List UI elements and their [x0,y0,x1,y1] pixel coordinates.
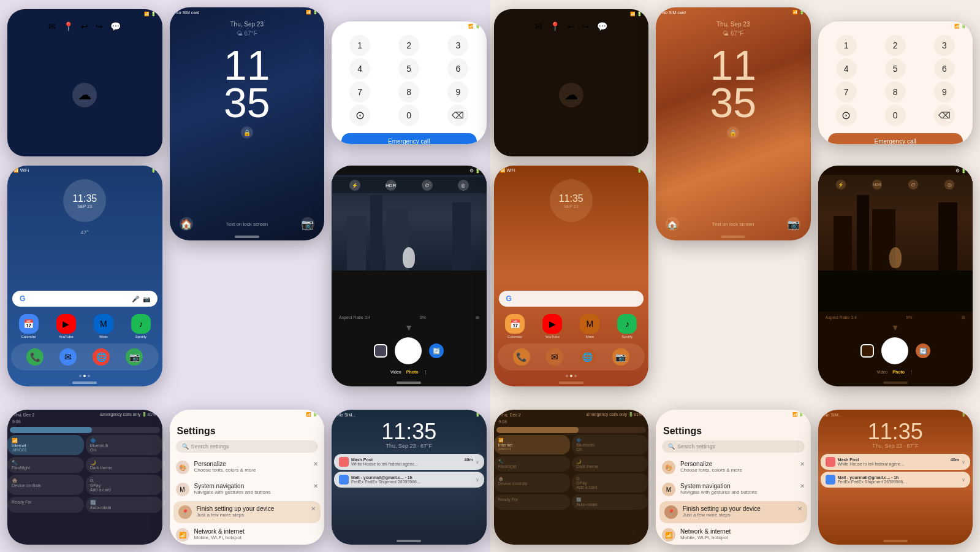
settings-search[interactable]: 🔍 Search settings [176,440,319,453]
tile-device-controls-warm[interactable]: 🏠 Device controls [494,473,571,493]
camera-button[interactable]: 📷 [301,217,314,231]
text-on-lock[interactable]: Text on lock screen [226,221,268,227]
app-spotify[interactable]: ♪ Spotify [131,314,151,339]
brightness-slider-warm[interactable] [496,427,647,433]
dial-6[interactable]: 6 [447,58,468,79]
dial6-3[interactable]: 3 [934,35,955,56]
mode-photo-warm[interactable]: Photo [892,370,905,375]
hdr-icon-warm[interactable]: HDR [872,180,882,190]
tile-device-controls[interactable]: 🏠 Device controls [7,475,84,495]
lock-icon[interactable]: 🔒 [170,126,325,139]
flash-icon-warm[interactable]: ⚡ [836,180,846,190]
notif-mashpost-warm[interactable]: Mash Post 40m White House to tell federa… [821,454,971,470]
mode-video-warm[interactable]: Video [876,370,887,375]
text-on-lock-5[interactable]: Text on lock screen [712,221,754,227]
dial-8[interactable]: 8 [398,82,419,102]
tile-flashlight-warm[interactable]: 🔦 Flashlight [494,456,571,472]
dial-4[interactable]: 4 [349,58,370,79]
tile-flashlight[interactable]: 🔦 Flashlight [7,457,84,473]
notif-mail[interactable]: Mail - yourmail@gmail.c... · 1h FedEx Fe… [334,472,484,488]
brightness-slider[interactable] [10,427,160,433]
settings-system-nav-warm[interactable]: M System navigation Navigate with gestur… [656,478,811,500]
dial6-5[interactable]: 5 [885,58,906,79]
search-bar-warm[interactable]: G [499,291,644,307]
expand-arrow-warm[interactable]: ▼ [823,323,968,332]
timer-icon[interactable]: ⏱ [422,180,433,191]
settings-system-nav[interactable]: M System navigation Navigate with gestur… [170,478,325,500]
dial6-star[interactable]: ⊙ [836,105,857,126]
settings-network[interactable]: 📶 Network & internet Mobile, Wi-Fi, hots… [170,524,325,545]
dial-1[interactable]: 1 [349,35,370,56]
dial6-hash[interactable]: ⌫ [934,105,955,126]
emergency-call-btn-6[interactable]: Emergency call [828,133,963,144]
dial6-1[interactable]: 1 [836,35,857,56]
mode-video[interactable]: Video [390,370,401,375]
app-calendar[interactable]: 📅 Calendar [19,314,39,339]
filter-icon[interactable]: ◎ [458,180,469,191]
dial-3[interactable]: 3 [447,35,468,56]
dialpad-6[interactable]: 1 2 3 4 5 6 7 8 9 ⊙ 0 ⌫ [818,30,973,131]
dial6-0[interactable]: 0 [885,105,906,126]
app-youtube[interactable]: ▶ YouTube [56,314,76,339]
home-button[interactable]: 🏠 [180,217,193,231]
dock-phone-warm[interactable]: 📞 [513,348,530,366]
app-moto-warm[interactable]: M Moto [580,314,599,339]
dial-9[interactable]: 9 [447,82,468,102]
dock-camera[interactable]: 📷 [126,348,143,366]
settings-network-warm[interactable]: 📶 Network & internet Mobile, Wi-Fi, hots… [656,524,811,545]
tile-auto-rotate[interactable]: 🔄 Auto-rotate [86,497,162,513]
dial6-2[interactable]: 2 [885,35,906,56]
fingerprint-area[interactable]: ☁ [7,34,162,156]
app-spotify-warm[interactable]: ♪ Spotify [617,314,637,339]
tile-dark-theme[interactable]: 🌙 Dark theme [86,457,162,473]
search-bar[interactable]: G 🎤 📷 [12,291,158,307]
selfie-mode[interactable]: 🔄 [429,343,444,358]
settings-search-warm[interactable]: 🔍 Search settings [662,440,805,453]
hdr-icon[interactable]: HDR [386,180,397,191]
settings-finish-setup-warm[interactable]: 📍 Finish setting up your device Just a f… [659,501,807,523]
tile-auto-rotate-warm[interactable]: 🔄 Auto-rotate [572,494,648,510]
timer-icon-warm[interactable]: ⏱ [908,180,918,190]
dial6-8[interactable]: 8 [885,82,906,102]
notif-mashpost[interactable]: Mash Post 40m White House to tell federa… [334,454,484,470]
mode-photo[interactable]: Photo [406,370,419,375]
mode-more-warm[interactable]: ⋮ [910,370,914,375]
notif-mail-warm[interactable]: Mail - yourmail@gmail.c... · 1h FedEx Fe… [821,472,971,488]
selfie-mode-warm[interactable]: 🔄 [916,343,930,358]
tile-internet-warm[interactable]: 📶 Internet JdM101 [494,435,571,454]
settings-personalize[interactable]: 🎨 Personalize Choose fonts, colors & mor… [170,456,325,478]
tile-dark-theme-warm[interactable]: 🌙 Dark theme [572,456,648,472]
dial-star[interactable]: ⊙ [349,105,370,126]
shutter-button[interactable] [395,337,422,364]
dial-2[interactable]: 2 [398,35,419,56]
expand-arrow[interactable]: ▼ [336,323,482,332]
dial-0[interactable]: 0 [398,105,419,126]
tile-internet[interactable]: 📶 Internet JdM101 [7,435,84,455]
fingerprint-area-4[interactable]: ☁ [494,34,649,156]
tile-gpay[interactable]: G GPay Add a card [86,475,162,495]
dock-chrome[interactable]: 🌐 [93,348,110,366]
tile-ready-for-warm[interactable]: Ready For [494,494,571,510]
flash-icon[interactable]: ⚡ [349,180,360,191]
dock-phone[interactable]: 📞 [26,348,44,366]
shutter-button-warm[interactable] [881,337,908,364]
tile-ready-for[interactable]: Ready For [7,497,84,513]
app-moto[interactable]: M Moto [94,314,113,339]
dial-7[interactable]: 7 [349,82,370,102]
camera-button-5[interactable]: 📷 [787,217,800,231]
dock-camera-warm[interactable]: 📷 [612,348,629,366]
dial6-4[interactable]: 4 [836,58,857,79]
app-calendar-warm[interactable]: 📅 Calendar [505,314,525,339]
dial-5[interactable]: 5 [398,58,419,79]
tile-gpay-warm[interactable]: G GPay Add a card [572,473,648,493]
dock-messages-warm[interactable]: ✉ [546,348,563,366]
camera-thumbnail-warm[interactable] [860,344,874,358]
filter-icon-warm[interactable]: ◎ [944,180,954,190]
dial6-7[interactable]: 7 [836,82,857,102]
dialpad[interactable]: 1 2 3 4 5 6 7 8 9 ⊙ 0 ⌫ [332,30,487,131]
dock-chrome-warm[interactable]: 🌐 [579,348,596,366]
mode-more[interactable]: ⋮ [424,370,428,375]
dial6-9[interactable]: 9 [934,82,955,102]
tile-bluetooth-warm[interactable]: 🔷 Bluetooth On [572,435,648,454]
tile-bluetooth[interactable]: 🔷 Bluetooth On [86,435,162,455]
